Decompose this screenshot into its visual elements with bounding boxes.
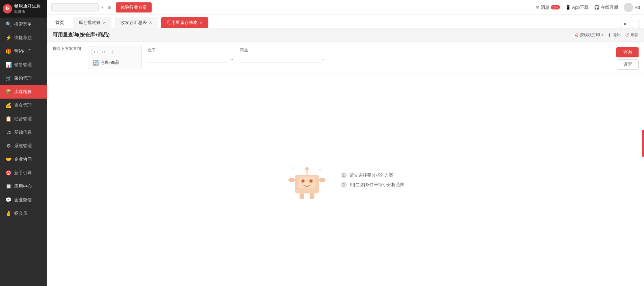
add-scheme-button[interactable]: +: [91, 49, 98, 55]
svg-point-4: [302, 180, 304, 182]
filter-right-actions: 查询 设置: [616, 46, 639, 70]
sidebar-item-sales[interactable]: 📊销售管理: [0, 58, 47, 72]
message-icon: ✉: [536, 5, 539, 10]
tab-recv-summary[interactable]: 收发存汇总表✕: [115, 17, 158, 28]
template-print-arrow[interactable]: ▾: [601, 33, 603, 37]
mobile-icon: 📱: [565, 5, 571, 10]
sidebar-item-shortcut[interactable]: ⚡快捷导航: [0, 31, 47, 45]
sidebar-header: 畅 畅康通好生意 标准版: [0, 0, 47, 18]
filter-settings-button[interactable]: 设置: [617, 59, 639, 70]
filter-scheme-header: + ⚙ 《: [91, 48, 139, 56]
scheme-item-icon: 🔄: [93, 60, 99, 66]
svg-point-12: [292, 167, 294, 169]
scheme-warehouse-goods[interactable]: 🔄 仓库+商品: [91, 58, 139, 67]
sidebar-item-marketing[interactable]: 🎁营销推广: [0, 45, 47, 58]
sidebar-item-enterprise[interactable]: 🤝企业协同: [0, 153, 47, 166]
tab-label-available-qty: 可用量库存账本: [167, 20, 198, 26]
refresh-label: 刷新: [630, 32, 639, 38]
sidebar-item-finance[interactable]: 💰资金管理: [0, 99, 47, 112]
sidebar-item-basic[interactable]: 🗂基础信息: [0, 126, 47, 139]
filter-area: 按以下方案查询 + ⚙ 《 🔄 仓库+商品 仓库 ... 商品: [47, 42, 644, 74]
tab-close-batch-account[interactable]: ✕: [103, 21, 106, 25]
svg-rect-7: [319, 178, 326, 182]
search-icon: 🔍: [5, 21, 11, 27]
sidebar-item-vip[interactable]: ✌畅会员: [0, 207, 47, 220]
message-label: 消息: [541, 4, 549, 10]
sidebar-logo: 畅: [3, 4, 12, 14]
sidebar-item-system[interactable]: ⚙系统管理: [0, 139, 47, 153]
empty-hint-1: 1 请先选择要分析的方案: [341, 172, 405, 178]
query-button[interactable]: 查询: [616, 47, 639, 57]
tab-close-available-qty[interactable]: ✕: [200, 21, 203, 25]
export-button[interactable]: ⬆ 导出: [608, 32, 621, 38]
collapse-button[interactable]: 《: [108, 48, 114, 56]
warehouse-more-button[interactable]: ...: [230, 56, 233, 61]
topbar: ▾ ⚙ 体验行业方案 ✉ 消息 99+ 📱 App下载 🎧 在线客服 Rit: [47, 0, 644, 15]
system-icon: ⚙: [5, 143, 11, 149]
sidebar-item-newbie[interactable]: 🎯新手引导: [0, 166, 47, 180]
sidebar: 畅 畅康通好生意 标准版 🔍搜索菜单⚡快捷导航🎁营销推广📊销售管理🛒采购管理📦库…: [0, 0, 47, 286]
tab-bar-actions: ✕ ⛶: [621, 20, 644, 28]
inventory-icon: 📦: [5, 89, 11, 95]
tab-available-qty[interactable]: 可用量库存账本✕: [161, 17, 208, 28]
user-name: Rit: [635, 5, 640, 10]
template-print-button[interactable]: 🖨 按模板打印 ▾: [574, 32, 603, 38]
message-badge: 99+: [551, 5, 560, 9]
refresh-button[interactable]: ↺ 刷新: [625, 32, 639, 38]
user-avatar[interactable]: Rit: [624, 3, 640, 12]
avatar-image: [624, 3, 633, 12]
app-download-button[interactable]: 📱 App下载: [565, 4, 589, 10]
apps-icon: 🔲: [5, 183, 11, 189]
filter-scheme-box: + ⚙ 《 🔄 仓库+商品: [88, 46, 142, 69]
goods-more-button[interactable]: ...: [322, 56, 326, 61]
page-title: 可用量查询(按仓库+商品): [53, 32, 110, 38]
topbar-gear-icon[interactable]: ⚙: [106, 3, 113, 11]
operations-icon: 📋: [5, 116, 11, 122]
sidebar-item-label-shortcut: 快捷导航: [14, 35, 32, 41]
tab-close-recv-summary[interactable]: ✕: [149, 21, 152, 25]
goods-input[interactable]: [240, 54, 321, 62]
sidebar-item-search[interactable]: 🔍搜索菜单: [0, 18, 47, 31]
scroll-indicator[interactable]: [642, 130, 644, 157]
topbar-right-actions: ✉ 消息 99+ 📱 App下载 🎧 在线客服 Rit: [536, 3, 640, 12]
svg-rect-8: [300, 193, 304, 199]
sidebar-item-purchase[interactable]: 🛒采购管理: [0, 72, 47, 85]
topbar-dropdown-arrow[interactable]: ▾: [101, 5, 103, 10]
industry-solution-button[interactable]: 体验行业方案: [116, 2, 152, 12]
empty-illustration: [287, 160, 327, 200]
expand-tab-button[interactable]: ⛶: [632, 20, 640, 28]
wechat-icon: 💬: [5, 197, 11, 203]
close-tab-button[interactable]: ✕: [621, 20, 629, 28]
sales-icon: 📊: [5, 62, 11, 68]
sidebar-nav: 🔍搜索菜单⚡快捷导航🎁营销推广📊销售管理🛒采购管理📦库存核算💰资金管理📋经营管理…: [0, 18, 47, 286]
goods-label: 商品: [240, 47, 326, 53]
messages-button[interactable]: ✉ 消息 99+: [536, 4, 560, 10]
warehouse-label: 仓库: [147, 47, 233, 53]
tab-home[interactable]: 首页: [50, 17, 70, 28]
export-label: 导出: [613, 32, 621, 38]
svg-rect-6: [288, 178, 295, 182]
sidebar-title: 畅康通好生意: [14, 3, 41, 9]
svg-rect-9: [310, 193, 314, 199]
scheme-settings-button[interactable]: ⚙: [100, 49, 106, 55]
empty-svg-icon: [287, 160, 327, 200]
sidebar-item-wechat[interactable]: 💬企业微信: [0, 193, 47, 207]
page-header-actions: 🖨 按模板打印 ▾ ⬆ 导出 ↺ 刷新: [574, 32, 639, 38]
empty-hint-2: 2 用[过滤]条件来缩小分析范围: [341, 182, 405, 188]
tab-batch-account[interactable]: 库存批次账✕: [73, 17, 111, 28]
sidebar-item-apps[interactable]: 🔲应用中心: [0, 180, 47, 193]
tab-bar: 首页库存批次账✕收发存汇总表✕可用量库存账本✕ ✕ ⛶: [47, 15, 644, 28]
online-service-button[interactable]: 🎧 在线客服: [594, 4, 618, 10]
svg-point-11: [305, 167, 309, 171]
sidebar-item-operations[interactable]: 📋经营管理: [0, 112, 47, 126]
main-area: ▾ ⚙ 体验行业方案 ✉ 消息 99+ 📱 App下载 🎧 在线客服 Rit: [47, 0, 644, 286]
sidebar-item-label-sales: 销售管理: [14, 62, 32, 68]
sidebar-subtitle: 标准版: [14, 9, 41, 14]
sidebar-item-label-operations: 经营管理: [14, 116, 32, 122]
topbar-search-input[interactable]: [51, 3, 99, 11]
warehouse-input[interactable]: [147, 54, 228, 62]
sidebar-item-inventory[interactable]: 📦库存核算: [0, 85, 47, 99]
svg-point-5: [310, 180, 312, 182]
app-download-label: App下载: [572, 4, 589, 10]
template-print-label: 按模板打印: [580, 32, 600, 38]
